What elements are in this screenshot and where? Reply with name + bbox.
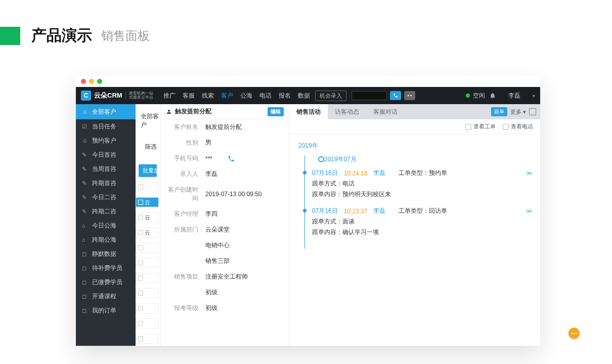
filter-label[interactable]: 筛选 bbox=[136, 143, 157, 151]
table-row[interactable]: 云 bbox=[136, 197, 159, 207]
sidebar-item[interactable]: ⌂今日公海 bbox=[76, 218, 136, 233]
edit-button[interactable]: 编辑 bbox=[268, 107, 284, 116]
top-nav-item[interactable]: 电话 bbox=[259, 92, 272, 100]
follow-button[interactable]: 跟单 bbox=[491, 107, 507, 116]
table-row[interactable] bbox=[136, 303, 159, 313]
table-row[interactable] bbox=[136, 258, 159, 268]
table-row[interactable]: 云 bbox=[136, 228, 159, 238]
timeline-expand[interactable]: >> bbox=[526, 170, 531, 177]
detail-row: 电销中心 bbox=[161, 238, 289, 253]
table-row[interactable] bbox=[136, 243, 159, 253]
sidebar-item-label: 静默数据 bbox=[92, 250, 116, 258]
hangup-button[interactable] bbox=[404, 91, 415, 100]
table-row[interactable] bbox=[136, 318, 159, 329]
more-dropdown[interactable]: 更多 ▾ bbox=[510, 108, 526, 116]
sidebar-item-label: 跨期公海 bbox=[92, 236, 116, 244]
top-nav-item[interactable]: 数据 bbox=[298, 92, 310, 100]
timeline-item: 07月16日10:24:16李磊工单类型：预约单>>跟单方式：电话跟单内容：预约… bbox=[312, 169, 531, 199]
sidebar-item[interactable]: ◻开通课程 bbox=[76, 289, 136, 303]
table-row[interactable] bbox=[136, 273, 159, 283]
top-nav-item[interactable]: 线索 bbox=[202, 92, 214, 100]
search-input[interactable] bbox=[352, 91, 387, 100]
floating-action-button[interactable]: — bbox=[569, 328, 580, 339]
sidebar-item[interactable]: ✎跨期首咨 bbox=[76, 176, 136, 190]
detail-title: 触发提前分配 bbox=[175, 107, 211, 116]
maximize-dot[interactable] bbox=[97, 79, 102, 84]
activity-tabs: 销售活动访客动态客服对话 跟单 更多 ▾ bbox=[289, 104, 540, 119]
top-nav-item[interactable]: 公海 bbox=[240, 92, 252, 100]
sidebar-header[interactable]: ☺ 全部客户 bbox=[76, 104, 136, 119]
opportunity-entry-button[interactable]: 机会录入 bbox=[315, 90, 346, 101]
detail-label: 手机号码 bbox=[167, 154, 205, 163]
timeline-item: 07月16日10:23:37李磊工单类型：回访单>>跟单方式：面谈跟单内容：确认… bbox=[312, 207, 531, 237]
top-nav-item[interactable]: 客服 bbox=[183, 92, 195, 100]
phone-down-icon bbox=[407, 93, 412, 98]
sidebar-item[interactable]: ◻已缴费学员 bbox=[76, 275, 136, 289]
sidebar-item-label: 当日任务 bbox=[92, 122, 116, 131]
close-dot[interactable] bbox=[81, 79, 86, 84]
call-button[interactable] bbox=[390, 91, 401, 100]
sidebar-item[interactable]: ⌂跨期公海 bbox=[76, 233, 136, 247]
sidebar-item[interactable]: ✎今日首咨 bbox=[76, 148, 136, 162]
topbar: C 云朵CRM 教育机构一站 式服务云平台 推广客服线索客户公海电话报名数据 机… bbox=[76, 87, 540, 104]
timeline-method: 跟单方式：面谈 bbox=[312, 217, 531, 226]
row-checkbox[interactable] bbox=[138, 215, 143, 220]
detail-value: *** bbox=[205, 155, 212, 162]
detail-label: 销售项目 bbox=[167, 272, 205, 281]
sidebar-item[interactable]: ◻我的订单 bbox=[76, 303, 136, 317]
row-checkbox[interactable] bbox=[138, 245, 143, 250]
detail-value: 云朵课堂 bbox=[205, 225, 230, 234]
activity-tab[interactable]: 访客动态 bbox=[328, 104, 366, 119]
timeline-date: 07月16日 bbox=[312, 207, 338, 215]
detail-value: 电销中心 bbox=[205, 241, 230, 250]
phone-icon[interactable] bbox=[228, 155, 235, 162]
row-checkbox[interactable] bbox=[138, 230, 143, 235]
top-nav-item[interactable]: 推广 bbox=[163, 92, 176, 100]
sidebar-item-icon: ◻ bbox=[82, 251, 88, 257]
row-checkbox[interactable] bbox=[138, 260, 143, 265]
sidebar-item-icon: ✎ bbox=[82, 208, 88, 215]
timeline-type: 工单类型：回访单 bbox=[399, 207, 447, 215]
layout-toggle-icon[interactable] bbox=[529, 108, 536, 115]
top-nav-item[interactable]: 客户 bbox=[221, 92, 233, 100]
activity-tab[interactable]: 销售活动 bbox=[289, 104, 328, 119]
sidebar-item[interactable]: ☺预约客户 bbox=[76, 133, 136, 148]
sidebar-item-icon: ◻ bbox=[82, 307, 88, 314]
chevron-down-icon[interactable]: ▾ bbox=[533, 93, 535, 99]
timeline-expand[interactable]: >> bbox=[526, 208, 531, 215]
sidebar-item-icon: ✎ bbox=[82, 152, 88, 158]
timeline-date: 07月16日 bbox=[312, 169, 338, 177]
row-checkbox[interactable] bbox=[138, 306, 143, 311]
sidebar-item-icon: ⌂ bbox=[82, 222, 88, 229]
select-all-checkbox[interactable] bbox=[138, 185, 143, 190]
sidebar-item[interactable]: ☑当日任务 bbox=[76, 119, 136, 133]
row-checkbox[interactable] bbox=[138, 336, 143, 341]
table-row[interactable] bbox=[136, 288, 159, 298]
row-checkbox[interactable] bbox=[138, 321, 143, 326]
view-tickets-checkbox[interactable]: 查看工单 bbox=[465, 123, 496, 130]
activity-panel: 销售活动访客动态客服对话 跟单 更多 ▾ 查看工单 查看电话 bbox=[289, 104, 540, 346]
sidebar-item[interactable]: ✎跨期二咨 bbox=[76, 204, 136, 218]
sidebar-item[interactable]: ◻待补费学员 bbox=[76, 261, 136, 275]
slide-title: 产品演示 bbox=[31, 25, 92, 46]
bell-icon[interactable] bbox=[489, 92, 496, 99]
bulk-action-button[interactable]: 批量放 bbox=[139, 164, 157, 177]
detail-row: 客户经理李四 bbox=[161, 206, 289, 222]
sidebar-item[interactable]: ✎当周首咨 bbox=[76, 162, 136, 176]
view-calls-checkbox[interactable]: 查看电话 bbox=[503, 123, 533, 130]
table-row[interactable] bbox=[136, 334, 159, 344]
row-checkbox[interactable] bbox=[138, 276, 143, 281]
sidebar-item-icon: ◻ bbox=[82, 279, 88, 286]
row-checkbox[interactable] bbox=[138, 291, 143, 296]
top-nav-item[interactable]: 报名 bbox=[279, 92, 291, 100]
username[interactable]: 李磊 bbox=[508, 92, 520, 100]
sidebar-item[interactable]: ◻静默数据 bbox=[76, 247, 136, 261]
minimize-dot[interactable] bbox=[89, 79, 94, 84]
row-checkbox[interactable] bbox=[138, 200, 143, 205]
activity-tab[interactable]: 客服对话 bbox=[366, 104, 405, 119]
agent-status[interactable]: 空闲 bbox=[466, 92, 485, 100]
app-window: C 云朵CRM 教育机构一站 式服务云平台 推广客服线索客户公海电话报名数据 机… bbox=[76, 76, 540, 346]
sidebar-item[interactable]: ✎今日二咨 bbox=[76, 190, 136, 204]
table-row[interactable]: 云 bbox=[136, 212, 159, 222]
sidebar-item-label: 开通课程 bbox=[92, 292, 116, 301]
